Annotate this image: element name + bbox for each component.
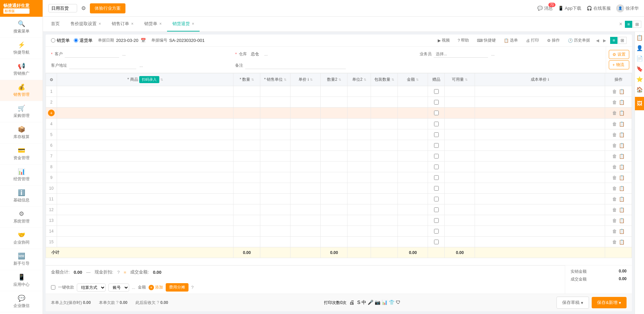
gift-checkbox-1[interactable] (434, 89, 439, 94)
sidebar-item-search[interactable]: 🔍 搜索菜单 (0, 17, 43, 38)
unit-cell-1[interactable] (260, 86, 290, 97)
qty-sort-icon[interactable]: ⇅ (251, 78, 254, 81)
pack-sort-icon[interactable]: ⇅ (391, 78, 394, 81)
address-input[interactable] (69, 62, 136, 69)
history-btn[interactable]: 🕐 历史单据 (566, 37, 592, 44)
add-link[interactable]: + 添加 (149, 285, 163, 290)
radio-return[interactable]: 退货单 (74, 38, 93, 44)
nav-next-icon[interactable]: ▶ (603, 38, 606, 43)
scan-input-btn[interactable]: 扫码录入 (139, 76, 159, 83)
pack-cell-2[interactable] (371, 97, 398, 108)
copy-btn-2[interactable]: 📋 (619, 100, 625, 105)
avail-cell-2[interactable] (445, 97, 475, 108)
right-panel-icon-5[interactable]: ⭐ (636, 76, 643, 82)
copy-btn-13[interactable]: 📋 (619, 218, 625, 223)
copy-btn-15[interactable]: 📋 (619, 239, 625, 245)
unit-cell-2[interactable] (260, 97, 290, 108)
product-sort-icon[interactable]: ⇅ (160, 78, 163, 81)
right-panel-icon-2[interactable]: 👤 (636, 45, 643, 51)
radio-sales-input[interactable] (51, 38, 55, 43)
gift-checkbox-3[interactable] (434, 111, 439, 115)
product-input-3[interactable] (59, 111, 231, 115)
stat3-icon[interactable]: ? (157, 300, 159, 305)
help-btn[interactable]: ? 帮助 (456, 37, 471, 44)
avail-cell-3[interactable] (445, 108, 475, 119)
product-cell-2[interactable] (57, 97, 233, 108)
one-click-payment-checkbox[interactable] (51, 285, 55, 290)
gift-checkbox-7[interactable] (434, 154, 439, 159)
content-view-list[interactable]: ≡ (610, 37, 618, 44)
copy-btn-14[interactable]: 📋 (619, 229, 625, 234)
gift-checkbox-9[interactable] (434, 175, 439, 180)
shortcut-btn[interactable]: ⌨ 快捷键 (475, 37, 498, 44)
content-view-grid[interactable]: ⊞ (618, 37, 627, 44)
stat2-icon[interactable]: ? (116, 300, 118, 305)
tab-sales-order[interactable]: 销售订单 × (106, 17, 139, 32)
sidebar-item-marketing[interactable]: 📢 营销推广 (0, 59, 43, 80)
gift-checkbox-6[interactable] (434, 143, 439, 148)
delete-btn-1[interactable]: 🗑 (612, 89, 617, 94)
topbar-app[interactable]: 📱 App下载 (558, 5, 581, 11)
copy-btn-8[interactable]: 📋 (619, 164, 625, 170)
tab-sales[interactable]: 销货单 × (139, 17, 167, 32)
note-input[interactable] (245, 62, 346, 69)
unit2-sort-icon[interactable]: ⇅ (364, 78, 366, 81)
right-panel-icon-6[interactable]: 🏠 (636, 86, 643, 93)
view-btn-list[interactable]: ≡ (625, 21, 632, 28)
right-panel-icon-1[interactable]: 📋 (636, 35, 643, 41)
delete-btn-2[interactable]: 🗑 (612, 100, 617, 105)
sidebar-item-member[interactable]: 👑 畅会员 (0, 312, 43, 314)
sidebar-item-business[interactable]: 📊 经营管理 (0, 165, 43, 186)
customer-input[interactable] (65, 51, 119, 58)
amount-sort-icon[interactable]: ⇅ (416, 78, 419, 81)
video-btn[interactable]: ▶ 视频 (436, 37, 452, 44)
discount-info-icon[interactable]: ? (117, 270, 120, 275)
sidebar-item-inventory[interactable]: 📦 库存核算 (0, 122, 43, 143)
delete-btn-8[interactable]: 🗑 (612, 164, 617, 170)
tab-close-sales[interactable]: × (159, 21, 162, 26)
copy-btn-6[interactable]: 📋 (619, 143, 625, 148)
cost-cell-1[interactable] (475, 86, 605, 97)
nav-prev-icon[interactable]: ◀ (596, 38, 599, 43)
delete-btn-13[interactable]: 🗑 (612, 218, 617, 223)
gift-checkbox-11[interactable] (434, 197, 439, 201)
fee-split-btn[interactable]: 费用分摊 (166, 283, 189, 292)
gift-checkbox-4[interactable] (434, 122, 439, 126)
logistics-side-btn[interactable]: + 物流 (609, 60, 629, 69)
select-btn[interactable]: 📋 选单 (502, 37, 520, 44)
delete-btn-15[interactable]: 🗑 (612, 239, 617, 245)
cost-price-info-icon[interactable]: ℹ (548, 77, 549, 82)
copy-btn-1[interactable]: 📋 (619, 89, 625, 94)
copy-btn-11[interactable]: 📋 (619, 196, 625, 202)
copy-btn-12[interactable]: 📋 (619, 207, 625, 212)
gift-checkbox-5[interactable] (434, 132, 439, 137)
gift-checkbox-15[interactable] (434, 240, 439, 244)
delete-btn-12[interactable]: 🗑 (612, 207, 617, 212)
tab-close-sales-order[interactable]: × (131, 21, 133, 26)
delete-btn-5[interactable]: 🗑 (612, 132, 617, 137)
delete-btn-7[interactable]: 🗑 (612, 153, 617, 159)
th-gear[interactable]: ⚙ (46, 73, 57, 86)
unit2-cell-3[interactable] (347, 108, 371, 119)
right-panel-icon-3[interactable]: 📄 (636, 55, 643, 62)
customer-more-icon[interactable]: ... (122, 52, 126, 57)
fee-info-icon[interactable]: ? (191, 285, 194, 290)
copy-btn-7[interactable]: 📋 (619, 153, 625, 159)
sidebar-item-purchase[interactable]: 🛒 采购管理 (0, 101, 43, 122)
warehouse-more-icon[interactable]: ... (264, 52, 268, 57)
add-row-btn[interactable]: + (48, 110, 55, 116)
amount-cell-3[interactable] (398, 108, 428, 119)
copy-btn-9[interactable]: 📋 (619, 175, 625, 180)
salesperson-more-icon[interactable]: ... (491, 52, 495, 57)
delete-btn-9[interactable]: 🗑 (612, 175, 617, 180)
daily-dropdown[interactable]: 日用百货 (48, 4, 77, 12)
amount-cell-1[interactable] (398, 86, 428, 97)
qty2-cell-1[interactable] (321, 86, 347, 97)
price-cell-1[interactable] (290, 86, 321, 97)
sidebar-item-system[interactable]: ⚙ 系统管理 (0, 207, 43, 228)
right-panel-action[interactable]: 🖼 (635, 97, 644, 110)
price-sort-icon[interactable]: ⇅ (310, 78, 313, 81)
price-cell-2[interactable] (290, 97, 321, 108)
gift-checkbox-2[interactable] (434, 100, 439, 105)
cost-cell-2[interactable] (475, 97, 605, 108)
